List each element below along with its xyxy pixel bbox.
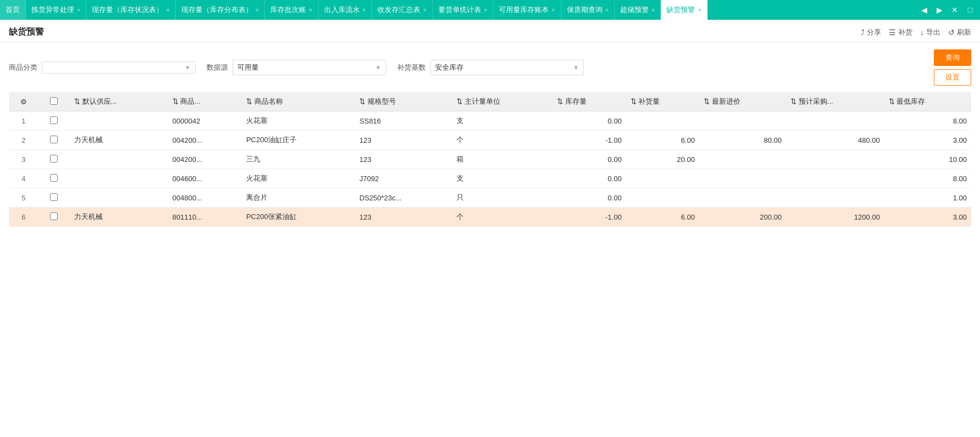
column-settings[interactable]: ⚙ [9,92,38,111]
share-button[interactable]: ⤴ 分享 [861,27,881,37]
cell-estimated-purchase [786,150,884,169]
tab-overstock[interactable]: 超储预警 × [615,0,661,20]
table-row: 1 0000042 火花塞 SS816 支 0.00 8.00 [9,111,971,131]
row-checkbox[interactable] [50,174,58,182]
tab-close-icon[interactable]: × [77,7,80,13]
sort-icon: ⇅ [631,97,637,105]
cell-replenish: 6.00 [626,208,699,227]
category-chevron-icon: ▼ [185,64,191,71]
cell-stock: -1.00 [553,131,626,150]
header-actions: ⤴ 分享 ☰ 补货 ↓ 导出 ↺ 刷新 [861,27,971,37]
column-goods-name: ⇅ 商品名称 [242,92,355,111]
cell-estimated-purchase [786,111,884,131]
row-checkbox[interactable] [50,136,58,143]
cell-spec: SS816 [355,111,452,131]
tab-close-icon[interactable]: × [698,7,701,13]
settings-button[interactable]: 设置 [934,69,971,86]
table-row: 2 力天机械 004200... PC200油缸庄子 123 个 -1.00 6… [9,131,971,150]
column-checkbox[interactable] [38,92,70,111]
tab-close-icon[interactable]: × [652,7,655,13]
tab-inout-flow[interactable]: 出入库流水 × [319,0,372,20]
tab-inventory-status[interactable]: 现存量（库存状况表） × [86,0,175,20]
tab-demand-stat[interactable]: 要货单统计表 × [433,0,493,20]
row-checkbox[interactable] [50,212,58,220]
cell-estimated-purchase: 480.00 [786,131,884,150]
row-checkbox-cell[interactable] [38,169,70,188]
tab-close-icon[interactable]: × [309,7,312,13]
cell-goods-name: 离合片 [242,188,355,208]
category-select[interactable]: ▼ [42,61,196,74]
cell-latest-price [699,150,786,169]
tab-proc-exception[interactable]: 拣货异常处理 × [26,0,86,20]
cell-spec: 123 [355,150,452,169]
tab-close-icon[interactable]: × [484,7,487,13]
filter-actions: 查询 设置 [934,49,971,86]
row-checkbox-cell[interactable] [38,208,70,227]
cell-replenish: 20.00 [626,150,699,169]
row-checkbox-cell[interactable] [38,188,70,208]
nav-next-button[interactable]: ▶ [932,2,947,18]
sort-icon: ⇅ [456,97,463,105]
sort-icon: ⇅ [172,97,179,105]
tab-recv-summary[interactable]: 收发存汇总表 × [372,0,432,20]
cell-default-supplier [70,111,168,131]
tab-home[interactable]: 首页 [0,0,26,20]
row-num: 4 [9,169,38,188]
export-icon: ↓ [920,28,924,37]
column-latest-price: ⇅ 最新进价 [699,92,786,111]
cell-stock: -1.00 [553,208,626,227]
gear-icon[interactable]: ⚙ [20,98,27,106]
tab-batch-account[interactable]: 库存批次账 × [265,0,318,20]
replenish-icon: ☰ [889,28,896,37]
cell-unit: 支 [452,111,553,131]
refresh-icon: ↺ [948,28,955,37]
page-container: 缺货预警 ⤴ 分享 ☰ 补货 ↓ 导出 ↺ 刷新 商品分类 [0,20,980,437]
cell-stock: 0.00 [553,111,626,131]
row-num: 5 [9,188,38,208]
datasource-value: 可用量 [237,63,259,72]
tab-expiry-query[interactable]: 保质期查询 × [561,0,615,20]
table-row: 4 004600... 火花塞 J7092 支 0.00 8.00 [9,169,971,188]
replenish-button[interactable]: ☰ 补货 [889,27,912,37]
table-row: 3 004200... 三九 123 箱 0.00 20.00 10.00 [9,150,971,169]
table-row: 5 004800... 离合片 DS250*23c... 只 0.00 1.00 [9,188,971,208]
tab-stockout[interactable]: 缺货预警 × [661,0,707,20]
refresh-button[interactable]: ↺ 刷新 [948,27,971,37]
row-checkbox-cell[interactable] [38,131,70,150]
cell-spec: 123 [355,131,452,150]
nav-restore-button[interactable]: □ [962,2,978,18]
datasource-select[interactable]: 可用量 ▼ [232,60,386,75]
row-checkbox[interactable] [50,193,58,201]
tab-close-icon[interactable]: × [255,7,259,13]
row-checkbox[interactable] [50,155,58,163]
row-checkbox-cell[interactable] [38,150,70,169]
cell-unit: 个 [452,208,553,227]
tab-inventory-dist[interactable]: 现存量（库存分布表） × [176,0,265,20]
cell-goods-code: 004600... [168,169,242,188]
row-num: 1 [9,111,38,131]
column-estimated-purchase: ⇅ 预计采购... [786,92,884,111]
row-checkbox-cell[interactable] [38,111,70,131]
tab-close-icon[interactable]: × [605,7,609,13]
basis-select[interactable]: 安全库存 ▼ [430,60,584,75]
cell-goods-code: 004200... [168,150,242,169]
tab-close-icon[interactable]: × [363,7,366,13]
cell-replenish: 6.00 [626,131,699,150]
column-stock: ⇅ 库存量 [553,92,626,111]
tab-avail-ledger[interactable]: 可用量库存账本 × [493,0,561,20]
datasource-label: 数据源 [207,63,228,72]
column-default-supplier: ⇅ 默认供应... [70,92,168,111]
tab-close-icon[interactable]: × [423,7,426,13]
tab-close-icon[interactable]: × [552,7,555,13]
export-button[interactable]: ↓ 导出 [920,27,940,37]
query-button[interactable]: 查询 [934,49,971,66]
cell-goods-name: 火花塞 [242,169,355,188]
category-filter-group: 商品分类 ▼ [9,61,196,74]
cell-default-supplier [70,169,168,188]
select-all-checkbox[interactable] [50,97,58,105]
cell-unit: 支 [452,169,553,188]
row-checkbox[interactable] [50,116,58,124]
nav-close-button[interactable]: ✕ [947,2,962,18]
tab-close-icon[interactable]: × [166,7,169,13]
nav-prev-button[interactable]: ◀ [916,2,932,18]
